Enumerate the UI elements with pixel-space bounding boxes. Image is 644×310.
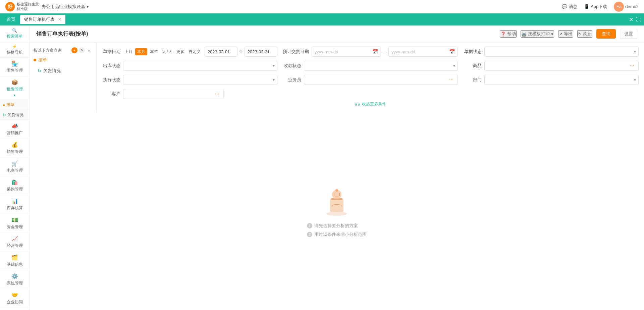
inventory-icon: 📊 bbox=[11, 198, 18, 204]
tip-num-1: 1 bbox=[307, 223, 312, 228]
sidebar-sub-item-press[interactable]: ● 按单 bbox=[0, 100, 29, 110]
edit-scheme-btn[interactable]: ✎ bbox=[79, 47, 85, 53]
date-quick-btns: 上月 本月 本年 近7天 更多 自定义 bbox=[123, 48, 202, 55]
refresh-icon: ↻ bbox=[578, 32, 582, 37]
sidebar-sub-menu: ● 按单 ↻ 欠货情况 bbox=[0, 100, 29, 120]
page-header: 销售订单执行表(按单) ❓ 帮助 🖨️ 按模板打印 ▾ ↗ 导出 ↻ 刷新 bbox=[30, 25, 644, 43]
sidebar-item-ecommerce[interactable]: 🛒 电商管理 bbox=[0, 158, 29, 176]
execution-arrow-icon: ▾ bbox=[273, 78, 275, 82]
sidebar-item-wholesale[interactable]: 📦 批发管理 ▲ bbox=[0, 76, 29, 100]
order-date-end-input[interactable]: 2023-03-31 bbox=[245, 47, 277, 57]
filter-row-4: 客户 ··· bbox=[102, 89, 639, 99]
message-btn[interactable]: 💬 消息 bbox=[562, 4, 577, 10]
expected-date-start-input[interactable]: yyyy-mm-dd 📅 bbox=[312, 47, 381, 57]
refresh-btn[interactable]: ↻ 刷新 bbox=[577, 30, 592, 38]
order-date-label: 单据日期 bbox=[102, 49, 120, 55]
expected-date-separator: — bbox=[382, 49, 387, 54]
sidebar-item-system[interactable]: ⚙️ 系统管理 bbox=[0, 270, 29, 289]
sidebar-item-operations[interactable]: 📈 经营管理 bbox=[0, 233, 29, 252]
sidebar-item-retail[interactable]: 🏪 零售管理 bbox=[0, 58, 29, 76]
date-this-year-btn[interactable]: 本年 bbox=[149, 48, 159, 55]
tab-home[interactable]: 首页 bbox=[3, 15, 19, 24]
purchase-icon: 🛍️ bbox=[11, 179, 18, 186]
sidebar-item-basic[interactable]: 🗂️ 基础信息 bbox=[0, 252, 29, 270]
customer-input[interactable]: ··· bbox=[123, 89, 224, 99]
salesperson-ellipsis-icon[interactable]: ··· bbox=[448, 77, 455, 83]
maximize-icon[interactable]: ⛶ bbox=[636, 16, 641, 22]
message-icon: 💬 bbox=[562, 4, 567, 9]
department-arrow-icon: ▾ bbox=[634, 78, 636, 82]
operations-icon: 📈 bbox=[11, 236, 18, 242]
sidebar-item-sales[interactable]: 💰 销售管理 bbox=[0, 139, 29, 158]
sidebar-item-purchase[interactable]: 🛍️ 采购管理 bbox=[0, 176, 29, 195]
filter-field-goods: 商品 ··· bbox=[463, 61, 639, 71]
sidebar-search[interactable]: 🔍 搜索菜单 bbox=[0, 25, 29, 42]
add-scheme-btn[interactable]: + bbox=[71, 47, 77, 53]
department-wrapper: ▾ bbox=[484, 75, 639, 85]
date-last-month-btn[interactable]: 上月 bbox=[123, 48, 134, 55]
empty-tip-2: 2 用过滤条件来缩小分析范围 bbox=[307, 231, 367, 238]
print-icon: 🖨️ bbox=[521, 32, 527, 37]
marketing-icon: 📣 bbox=[11, 123, 18, 129]
goods-input[interactable]: ··· bbox=[484, 61, 639, 71]
print-btn[interactable]: 🖨️ 按模板打印 ▾ bbox=[521, 30, 554, 38]
query-btn[interactable]: 查询 bbox=[596, 29, 616, 39]
wholesale-icon: 📦 bbox=[11, 79, 18, 86]
ecommerce-icon: 🛒 bbox=[11, 160, 18, 167]
export-btn[interactable]: ↗ 导出 bbox=[558, 30, 573, 38]
app-dropdown[interactable]: 办公用品行业模拟账套 ▾ bbox=[42, 4, 89, 10]
sidebar-item-newbie[interactable]: 🎯 新手引导 bbox=[0, 308, 29, 310]
print-chevron-icon: ▾ bbox=[551, 32, 553, 37]
header-right: 💬 消息 📱 App下载 Ea demo2 bbox=[562, 2, 639, 12]
customer-ellipsis-icon[interactable]: ··· bbox=[214, 91, 221, 97]
help-icon: ❓ bbox=[500, 32, 506, 37]
filter-field-order-date: 单据日期 上月 本月 本年 近7天 更多 自定义 2023-03-01 bbox=[102, 47, 277, 57]
filter-section: 按以下方案查询 + ✎ « 按单 ↻ 欠货情况 bbox=[30, 43, 644, 112]
system-icon: ⚙️ bbox=[11, 273, 18, 279]
execution-status-wrapper: ▾ bbox=[123, 75, 277, 85]
sidebar-item-enterprise[interactable]: 🤝 企业协同 bbox=[0, 289, 29, 308]
shipment-status-select[interactable] bbox=[123, 61, 277, 71]
tab-sales-order[interactable]: 销售订单执行表 ✕ bbox=[20, 15, 65, 24]
refresh-icon: ↻ bbox=[3, 113, 6, 117]
order-status-select[interactable] bbox=[484, 47, 639, 57]
sidebar-item-finance[interactable]: 💵 资金管理 bbox=[0, 214, 29, 233]
collapse-panel-btn[interactable]: « bbox=[86, 47, 92, 53]
date-custom-btn[interactable]: 自定义 bbox=[187, 48, 202, 55]
help-btn[interactable]: ❓ 帮助 bbox=[500, 30, 517, 38]
payment-status-select[interactable] bbox=[304, 61, 458, 71]
date-this-month-btn[interactable]: 本月 bbox=[135, 48, 147, 55]
salesperson-label: 业务员 bbox=[283, 77, 301, 83]
department-select[interactable] bbox=[484, 75, 639, 85]
sidebar-item-marketing[interactable]: 📣 营销推广 bbox=[0, 120, 29, 139]
department-label: 部门 bbox=[463, 77, 482, 83]
calendar-end-icon: 📅 bbox=[449, 49, 455, 54]
shipment-status-label: 出库状态 bbox=[102, 63, 120, 69]
settings-btn[interactable]: 设置 bbox=[620, 29, 637, 39]
sales-icon: 💰 bbox=[11, 142, 18, 148]
execution-status-select[interactable] bbox=[123, 75, 277, 85]
collapse-row[interactable]: ∧∧ 收起更多条件 bbox=[102, 99, 639, 108]
sidebar-sub-item-debt[interactable]: ↻ 欠货情况 bbox=[0, 110, 29, 120]
sidebar-quick-nav[interactable]: ⚡ 快捷导航 bbox=[0, 42, 29, 58]
order-date-start-input[interactable]: 2023-03-01 bbox=[205, 47, 237, 57]
scheme-item-press[interactable]: 按单 bbox=[30, 55, 96, 65]
download-icon: 📱 bbox=[584, 4, 589, 9]
chevron-up-icon: ▲ bbox=[13, 93, 16, 97]
goods-ellipsis-icon[interactable]: ··· bbox=[629, 63, 636, 69]
payment-status-wrapper: ▾ bbox=[304, 61, 458, 71]
sidebar-item-inventory[interactable]: 📊 库存核算 bbox=[0, 195, 29, 214]
expected-date-end-input[interactable]: yyyy-mm-dd 📅 bbox=[388, 47, 458, 57]
filter-debt-item[interactable]: ↻ 欠货情况 bbox=[30, 65, 96, 76]
filter-field-salesperson: 业务员 ··· bbox=[283, 75, 458, 85]
filter-field-order-status: 单据状态 ▾ bbox=[463, 47, 639, 57]
payment-arrow-icon: ▾ bbox=[453, 63, 455, 68]
minimize-icon[interactable]: ✕ bbox=[629, 16, 633, 23]
main-layout: 🔍 搜索菜单 ⚡ 快捷导航 🏪 零售管理 📦 批发管理 ▲ ● 按单 ↻ 欠货情… bbox=[0, 25, 644, 310]
app-download-btn[interactable]: 📱 App下载 bbox=[584, 4, 607, 10]
date-more-btn[interactable]: 更多 bbox=[175, 48, 186, 55]
tab-close-icon[interactable]: ✕ bbox=[58, 17, 61, 22]
salesperson-input[interactable]: ··· bbox=[304, 75, 458, 85]
user-menu[interactable]: Ea demo2 bbox=[614, 2, 639, 12]
date-7days-btn[interactable]: 近7天 bbox=[161, 48, 174, 55]
